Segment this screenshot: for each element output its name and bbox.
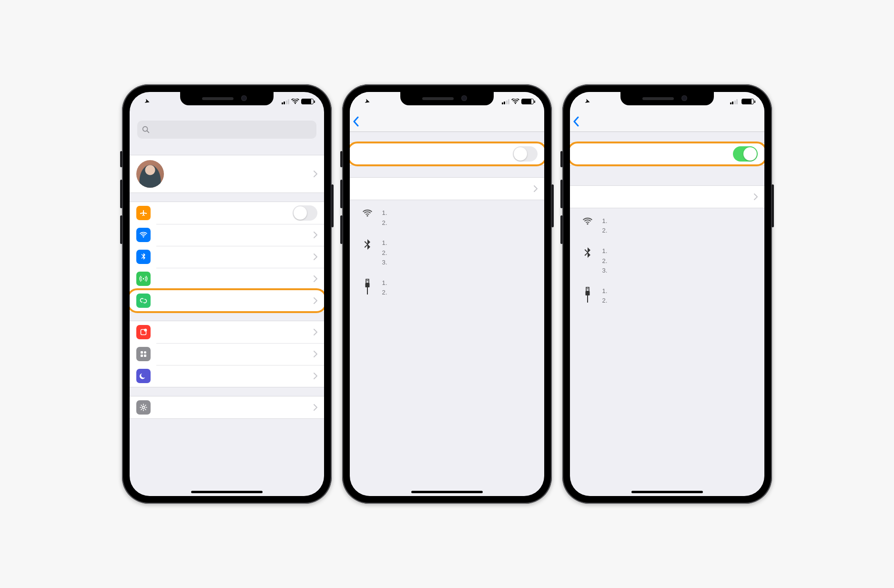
- svg-rect-10: [366, 279, 369, 283]
- page-title: [130, 111, 324, 121]
- signal-icon: [502, 99, 510, 104]
- notifications-cell[interactable]: [130, 321, 324, 343]
- notch: [400, 92, 494, 105]
- location-icon: ➤: [584, 98, 591, 105]
- svg-line-1: [147, 131, 149, 132]
- instr-step: [609, 247, 757, 255]
- home-indicator: [411, 491, 483, 493]
- back-button[interactable]: [573, 111, 580, 132]
- wifi-icon: [511, 99, 519, 104]
- battery-icon: [742, 99, 754, 104]
- svg-rect-8: [144, 355, 146, 357]
- hotspot-toggle-cell[interactable]: [350, 143, 544, 165]
- do-not-disturb-cell[interactable]: [130, 365, 324, 387]
- svg-rect-18: [586, 291, 590, 295]
- svg-point-2: [142, 278, 144, 279]
- airplane-mode-cell[interactable]: [130, 202, 324, 224]
- chevron-right-icon: [314, 171, 317, 177]
- apple-id-cell[interactable]: [130, 155, 324, 193]
- battery-icon: [301, 99, 314, 104]
- usb-icon: [578, 285, 598, 306]
- chevron-right-icon: [314, 373, 317, 379]
- instructions-bluetooth: [570, 238, 764, 278]
- phone-2: ➤: [342, 84, 552, 504]
- svg-rect-15: [586, 287, 589, 291]
- chevron-right-icon: [314, 329, 317, 335]
- instructions-usb: [570, 278, 764, 308]
- instructions-usb: [350, 270, 544, 300]
- chevron-right-icon: [754, 193, 758, 200]
- notifications-icon: [136, 325, 151, 339]
- wifi-icon: [578, 215, 598, 236]
- hotspot-toggle-cell[interactable]: [570, 143, 764, 165]
- instr-step: [389, 239, 537, 247]
- home-indicator: [631, 491, 703, 493]
- instr-step: [389, 219, 537, 227]
- location-icon: ➤: [144, 98, 151, 105]
- wifi-icon: [291, 99, 299, 104]
- control-center-cell[interactable]: [130, 343, 324, 365]
- instr-step: [609, 296, 757, 305]
- notch: [620, 92, 714, 105]
- instr-step: [609, 266, 757, 275]
- toggle-footnote: [570, 165, 764, 177]
- instr-step: [389, 288, 537, 297]
- moon-icon: [136, 369, 151, 383]
- instr-step: [389, 249, 537, 257]
- airplane-icon: [136, 206, 151, 220]
- instructions-wifi: [350, 200, 544, 230]
- chevron-left-icon: [573, 116, 579, 127]
- svg-rect-13: [366, 283, 370, 287]
- svg-point-4: [144, 329, 147, 332]
- chevron-right-icon: [314, 253, 317, 260]
- svg-rect-6: [144, 351, 146, 354]
- chevron-right-icon: [314, 275, 317, 282]
- bluetooth-icon: [578, 245, 598, 276]
- wifi-icon: [136, 228, 151, 242]
- chevron-right-icon: [314, 297, 317, 304]
- chevron-right-icon: [314, 404, 317, 411]
- hotspot-switch[interactable]: [733, 146, 758, 162]
- svg-rect-5: [141, 351, 143, 354]
- airplane-switch[interactable]: [293, 205, 317, 221]
- control-center-icon: [136, 347, 151, 361]
- instr-step: [389, 258, 537, 267]
- wifi-password-cell[interactable]: [570, 186, 764, 208]
- instructions-bluetooth: [350, 230, 544, 270]
- hotspot-switch[interactable]: [513, 146, 538, 162]
- bluetooth-cell[interactable]: [130, 246, 324, 268]
- search-input[interactable]: [137, 121, 316, 139]
- chevron-right-icon: [534, 185, 538, 192]
- toggle-footnote: [350, 165, 544, 169]
- svg-rect-7: [141, 355, 143, 357]
- phone-1: ➤: [122, 84, 332, 504]
- cellular-cell[interactable]: [130, 268, 324, 290]
- wifi-cell[interactable]: [130, 224, 324, 246]
- home-indicator: [191, 491, 263, 493]
- cellular-icon: [136, 272, 151, 286]
- instr-step: [609, 217, 757, 225]
- instr-step: [609, 257, 757, 265]
- signal-icon: [730, 99, 738, 104]
- instr-step: [609, 226, 757, 235]
- general-cell[interactable]: [130, 396, 324, 418]
- wifi-icon: [357, 207, 377, 228]
- chevron-right-icon: [314, 232, 317, 238]
- svg-rect-11: [367, 280, 367, 281]
- nav-header: [350, 111, 544, 132]
- battery-icon: [521, 99, 534, 104]
- instr-step: [389, 209, 537, 217]
- wifi-password-cell[interactable]: [350, 178, 544, 200]
- svg-rect-12: [367, 280, 368, 281]
- bluetooth-icon: [357, 237, 377, 268]
- svg-rect-16: [587, 288, 588, 289]
- instructions-wifi: [570, 208, 764, 238]
- phone-3: ➤: [562, 84, 772, 504]
- hotspot-icon: [136, 294, 151, 308]
- search-icon: [142, 126, 150, 133]
- instr-step: [389, 279, 537, 287]
- personal-hotspot-cell[interactable]: [130, 290, 324, 312]
- notch: [180, 92, 274, 105]
- back-button[interactable]: [353, 111, 360, 132]
- avatar: [136, 160, 164, 188]
